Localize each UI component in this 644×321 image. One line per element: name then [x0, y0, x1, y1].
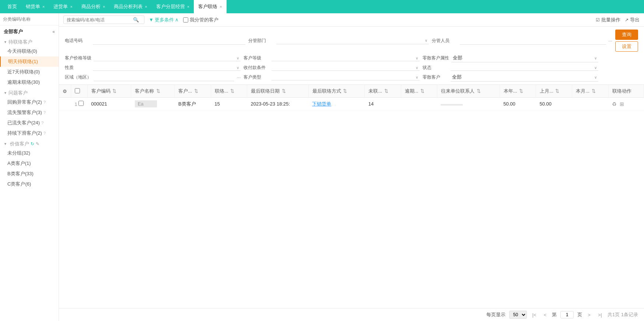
group-problem-customers[interactable]: 问题客户 [0, 87, 59, 97]
per-page-select[interactable]: 50 [509, 311, 527, 319]
th-customer-type[interactable]: 客户... ⇅ [175, 85, 211, 98]
search-input[interactable] [67, 17, 133, 23]
row-last-contact-method[interactable]: 下销货单 [308, 98, 365, 110]
group-value-customers[interactable]: 价值客户 ↻ ✎ [0, 138, 59, 148]
filter-customer-level-select[interactable]: ∨ [272, 55, 419, 61]
sidebar-item-today-contact[interactable]: 今天待联络(0) [0, 46, 59, 56]
filter-nature-select[interactable]: ∨ [93, 65, 241, 71]
th-customer-code[interactable]: 客户编码 ⇅ [87, 85, 131, 98]
filter-cell-area: 区域（地区） ··· [65, 73, 241, 81]
sidebar-item-overdue-contact[interactable]: 逾期未联络(30) [0, 77, 59, 87]
filter-dept-select[interactable]: ∨ [276, 37, 429, 44]
first-page-button[interactable]: |< [531, 311, 538, 318]
filter-payment-select[interactable]: ∨ [272, 65, 419, 71]
th-checkbox[interactable] [71, 85, 88, 98]
th-overdue[interactable]: 逾期... ⇅ [401, 85, 437, 98]
th-settings[interactable]: ⚙ [59, 85, 71, 98]
nav-home[interactable]: 首页 [3, 0, 21, 13]
last-page-button[interactable]: >| [596, 311, 604, 318]
row-grid-icon[interactable]: ⊞ [620, 101, 624, 107]
sidebar-item-tomorrow-contact[interactable]: 明天待联络(1) [0, 56, 59, 67]
row-this-month [572, 98, 608, 110]
row-contact-person [437, 98, 500, 110]
nav-customer-tier[interactable]: 客户分层经营 × [152, 0, 194, 13]
close-purchase-order-icon[interactable]: × [70, 4, 72, 9]
sidebar-item-7days-contact[interactable]: 近7天待联络(0) [0, 67, 59, 77]
advanced-filter-panel: 电话号码 分管部门 ∨ 分管人员 ··· 查询 设置 [59, 27, 644, 85]
nav-customer-contact[interactable]: 客户联络 × [194, 0, 226, 13]
th-last-month[interactable]: 上月... ⇅ [536, 85, 572, 98]
th-last-contact-date[interactable]: 最后联络日期 ⇅ [247, 85, 309, 98]
sidebar-item-class-a[interactable]: A类客户(1) [0, 158, 59, 169]
filter-cell-manager: 分管人员 ··· [432, 37, 612, 45]
row-settings-icon[interactable]: ♻ [612, 101, 617, 107]
filter-area-input[interactable] [94, 73, 234, 81]
search-box[interactable]: 🔍 [63, 15, 144, 24]
sidebar-item-declining[interactable]: 持续下滑客户(2) ? [0, 128, 59, 138]
row-select-checkbox[interactable] [78, 101, 84, 106]
export-button[interactable]: ↗ 导出 [625, 17, 640, 23]
filter-price-level-select[interactable]: ∨ [94, 55, 241, 61]
edit-value-icon[interactable]: ✎ [36, 141, 39, 146]
close-customer-tier-icon[interactable]: × [187, 4, 189, 9]
group-pending-contact[interactable]: 待联络客户 [0, 37, 59, 46]
th-contact-count[interactable]: 联络... ⇅ [211, 85, 247, 98]
more-conditions-button[interactable]: ▼ 更多条件 ∧ [149, 17, 179, 23]
nav-sales-order[interactable]: 销货单 × [21, 0, 49, 13]
nav-product-analysis-list[interactable]: 商品分析列表 × [109, 0, 151, 13]
nav-product-analysis[interactable]: 商品分析 × [77, 0, 109, 13]
batch-op-button[interactable]: ☑ 批量操作 [596, 17, 620, 23]
sidebar-item-class-c[interactable]: C类客户(6) [0, 179, 59, 189]
filter-status-select[interactable]: ∨ [451, 65, 598, 71]
price-level-dropdown-icon: ∨ [237, 56, 239, 60]
sidebar-item-churn-warning[interactable]: 流失预警客户(3) ? [0, 107, 59, 118]
close-product-analysis-icon[interactable]: × [103, 4, 105, 9]
th-customer-name[interactable]: 客户名称 ⇅ [131, 85, 175, 98]
filter-retail-attr-select[interactable]: 全部 ∨ [451, 54, 598, 62]
filter-retail-customer-select[interactable]: 全部 ∨ [451, 73, 598, 82]
filter-customer-type-select[interactable]: ∨ [272, 75, 419, 80]
th-this-month[interactable]: 本月... ⇅ [572, 85, 608, 98]
filter-cell-retail-attr: 零散客户属性 全部 ∨ [423, 54, 598, 62]
page-input[interactable] [560, 311, 574, 318]
filter-manager-input[interactable] [460, 37, 606, 45]
sidebar-item-repurchase-anomaly[interactable]: 回购异常客户(2) ? [0, 97, 59, 107]
prev-page-button[interactable]: < [542, 311, 549, 318]
next-page-button[interactable]: > [586, 311, 592, 318]
nav-purchase-order[interactable]: 进货单 × [49, 0, 77, 13]
refresh-value-icon[interactable]: ↻ [31, 141, 34, 146]
my-customers-check[interactable] [183, 17, 188, 23]
th-uncontacted[interactable]: 未联... ⇅ [365, 85, 401, 98]
filter-phone-input[interactable] [93, 37, 245, 45]
filter-dept-input[interactable] [278, 38, 425, 43]
row-checkbox[interactable]: 1 [71, 98, 88, 110]
my-customers-checkbox[interactable]: 我分管的客户 [183, 17, 218, 23]
nature-dropdown-icon: ∨ [237, 66, 239, 70]
sidebar-search-box[interactable]: 🔍 [0, 13, 59, 25]
sidebar-search-input[interactable] [3, 17, 58, 22]
filter-row-1: 电话号码 分管部门 ∨ 分管人员 ··· 查询 设置 [65, 30, 638, 52]
th-contact-person[interactable]: 往来单位联系人 ⇅ [437, 85, 500, 98]
setting-button[interactable]: 设置 [615, 41, 638, 52]
row-action[interactable]: ♻ ⊞ [608, 98, 644, 110]
customer-level-dropdown-icon: ∨ [416, 56, 418, 60]
help-icon-churned: ? [41, 121, 43, 125]
all-customers-header[interactable]: 全部客户 « [0, 25, 59, 37]
area-more-icon[interactable]: ··· [237, 75, 241, 80]
row-overdue [401, 98, 437, 110]
manager-more-icon[interactable]: ··· [608, 38, 612, 44]
close-customer-contact-icon[interactable]: × [220, 4, 222, 9]
sidebar-collapse-icon[interactable]: « [52, 29, 55, 34]
settings-icon[interactable]: ⚙ [63, 89, 67, 94]
search-icon[interactable]: 🔍 [133, 17, 139, 23]
th-this-year[interactable]: 本年... ⇅ [500, 85, 536, 98]
query-button[interactable]: 查询 [615, 30, 638, 40]
sidebar-item-class-b[interactable]: B类客户(33) [0, 169, 59, 179]
th-last-contact-method[interactable]: 最后联络方式 ⇅ [308, 85, 365, 98]
sidebar-item-churned[interactable]: 已流失客户(24) ? [0, 118, 59, 128]
filter-cell-customer-level: 客户等级 ∨ [244, 55, 419, 61]
close-sales-order-icon[interactable]: × [42, 4, 45, 9]
close-product-list-icon[interactable]: × [145, 4, 147, 9]
sidebar-item-ungrouped[interactable]: 未分组(32) [0, 148, 59, 158]
select-all-checkbox[interactable] [75, 88, 80, 93]
